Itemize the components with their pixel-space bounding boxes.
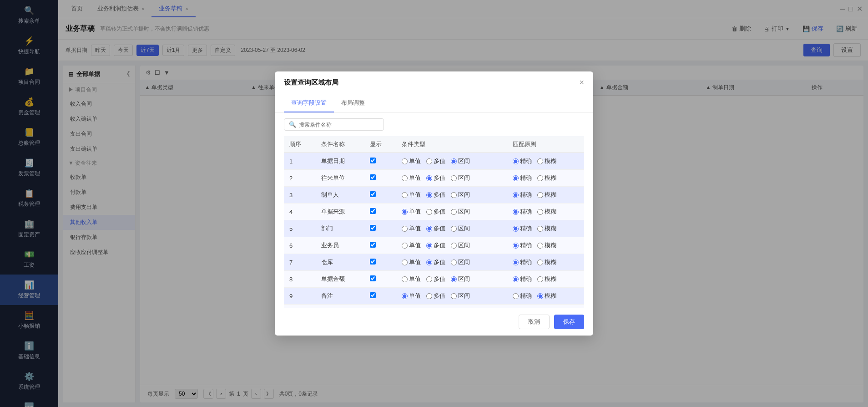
- save-button[interactable]: 保存: [554, 315, 584, 329]
- condition-name: 往来单位: [316, 170, 364, 187]
- show-cell[interactable]: [364, 305, 396, 308]
- dialog-tab-field-settings[interactable]: 查询字段设置: [284, 94, 334, 112]
- show-cell[interactable]: [364, 153, 396, 170]
- search-icon: 🔍: [289, 121, 296, 128]
- table-row: 10: [284, 305, 316, 308]
- condition-name: 业务员: [316, 237, 364, 254]
- show-cell[interactable]: [364, 254, 396, 271]
- type-cell: 单值多值区间: [396, 254, 507, 271]
- match-cell: 精确模糊: [507, 170, 584, 187]
- show-cell[interactable]: [364, 237, 396, 254]
- show-checkbox[interactable]: [370, 292, 376, 298]
- dialog-title: 设置查询区域布局: [284, 78, 579, 87]
- match-cell: 精确模糊: [507, 288, 584, 305]
- type-cell: 单值多值区间: [396, 153, 507, 170]
- condition-name: 单据金额: [316, 271, 364, 288]
- dialog-footer: 取消 保存: [275, 308, 593, 336]
- condition-name: 备注: [316, 288, 364, 305]
- show-checkbox[interactable]: [370, 225, 376, 231]
- table-row: 3: [284, 187, 316, 204]
- dialog-table: 顺序 条件名称 显示 条件类型 匹配原则 1单据日期单值多值区间精确模糊2往来单…: [284, 136, 584, 308]
- table-row: 9: [284, 288, 316, 305]
- search-box: 🔍: [284, 118, 384, 131]
- match-cell: 精确模糊: [507, 305, 584, 308]
- show-checkbox[interactable]: [370, 275, 376, 281]
- condition-name: 部门: [316, 220, 364, 237]
- match-cell: 精确模糊: [507, 271, 584, 288]
- type-cell: 单值多值区间: [396, 305, 507, 308]
- type-cell: 单值多值区间: [396, 170, 507, 187]
- condition-name: 仓库: [316, 254, 364, 271]
- type-cell: 单值多值区间: [396, 288, 507, 305]
- show-cell[interactable]: [364, 187, 396, 204]
- show-checkbox[interactable]: [370, 174, 376, 180]
- dialog-close-button[interactable]: ×: [579, 78, 584, 87]
- modal-overlay: 设置查询区域布局 × 查询字段设置 布局调整 🔍: [0, 0, 868, 407]
- show-checkbox[interactable]: [370, 242, 376, 248]
- condition-name: 单据编号: [316, 305, 364, 308]
- dialog-tab-layout[interactable]: 布局调整: [334, 94, 372, 112]
- dialog-table-container: 顺序 条件名称 显示 条件类型 匹配原则 1单据日期单值多值区间精确模糊2往来单…: [275, 136, 593, 308]
- condition-name: 单据来源: [316, 204, 364, 220]
- condition-name: 单据日期: [316, 153, 364, 170]
- match-cell: 精确模糊: [507, 220, 584, 237]
- table-row: 2: [284, 170, 316, 187]
- th-show: 显示: [364, 136, 396, 153]
- dialog-search: 🔍: [275, 113, 593, 136]
- match-cell: 精确模糊: [507, 237, 584, 254]
- th-order: 顺序: [284, 136, 316, 153]
- show-checkbox[interactable]: [370, 208, 376, 214]
- condition-name: 制单人: [316, 187, 364, 204]
- show-checkbox[interactable]: [370, 259, 376, 265]
- match-cell: 精确模糊: [507, 254, 584, 271]
- th-match: 匹配原则: [507, 136, 584, 153]
- match-cell: 精确模糊: [507, 153, 584, 170]
- type-cell: 单值多值区间: [396, 187, 507, 204]
- table-row: 5: [284, 220, 316, 237]
- table-row: 4: [284, 204, 316, 220]
- search-input[interactable]: [299, 122, 379, 128]
- match-cell: 精确模糊: [507, 187, 584, 204]
- show-checkbox[interactable]: [370, 191, 376, 197]
- show-cell[interactable]: [364, 204, 396, 220]
- table-row: 1: [284, 153, 316, 170]
- table-row: 6: [284, 237, 316, 254]
- type-cell: 单值多值区间: [396, 271, 507, 288]
- table-row: 8: [284, 271, 316, 288]
- type-cell: 单值多值区间: [396, 220, 507, 237]
- show-cell[interactable]: [364, 288, 396, 305]
- th-name: 条件名称: [316, 136, 364, 153]
- show-checkbox[interactable]: [370, 158, 376, 163]
- show-cell[interactable]: [364, 170, 396, 187]
- show-cell[interactable]: [364, 271, 396, 288]
- th-type: 条件类型: [396, 136, 507, 153]
- table-row: 7: [284, 254, 316, 271]
- type-cell: 单值多值区间: [396, 237, 507, 254]
- cancel-button[interactable]: 取消: [519, 315, 550, 329]
- type-cell: 单值多值区间: [396, 204, 507, 220]
- dialog: 设置查询区域布局 × 查询字段设置 布局调整 🔍: [275, 71, 593, 336]
- match-cell: 精确模糊: [507, 204, 584, 220]
- show-cell[interactable]: [364, 220, 396, 237]
- dialog-tabs: 查询字段设置 布局调整: [275, 94, 593, 113]
- dialog-header: 设置查询区域布局 ×: [275, 71, 593, 94]
